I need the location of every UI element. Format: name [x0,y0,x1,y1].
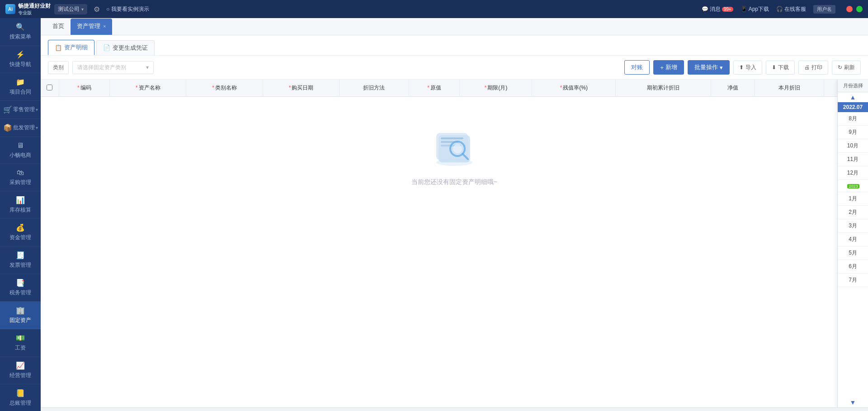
sidebar-item-fixed-assets[interactable]: 🏢 固定资产 [0,302,41,329]
refresh-button[interactable]: ↻ 刷新 [832,61,861,75]
window-controls [846,6,863,12]
sidebar-item-wholesale[interactable]: 📦 批发管理 ▾ [0,119,41,137]
inventory-icon: 📊 [16,196,25,204]
category-label-text: 类别 [53,64,64,71]
select-chevron-icon: ▾ [146,64,149,71]
tab-close-icon[interactable]: × [103,24,106,29]
sidebar-item-label: 批发管理 [13,124,35,132]
company-selector[interactable]: 测试公司 ▾ [54,4,87,14]
sub-tab-bar: 📋 资产明细 📄 变更生成凭证 [41,35,868,56]
category-select[interactable]: 请选择固定资产类别 ▾ [72,61,154,74]
tab-home[interactable]: 首页 [46,19,71,35]
select-all-checkbox[interactable] [47,85,52,90]
month-item-11[interactable]: 11月 [838,153,868,166]
online-service-button[interactable]: 🎧 在线客服 [776,5,806,13]
sidebar-item-label: 发票管理 [9,261,31,269]
top-bar-center: 测试公司 ▾ ⚙ ○ 我要看实例演示 [54,4,698,14]
change-voucher-icon: 📄 [103,44,110,51]
print-label: 打印 [811,64,822,71]
window-close-button[interactable] [846,6,853,12]
table-header-row: *编码 *资产名称 *类别名称 *购买日期 折旧方法 *原值 *期限(月) *残… [41,80,868,97]
sub-tab-asset-detail[interactable]: 📋 资产明细 [48,40,94,55]
chevron-down-icon: ▾ [81,7,84,12]
sidebar-item-operations[interactable]: 📈 经营管理 [0,357,41,384]
chevron-down-icon: ▾ [36,125,38,130]
refresh-label: 刷新 [844,64,855,71]
sidebar-item-invoice[interactable]: 🧾 发票管理 [0,246,41,274]
app-label: App下载 [749,5,769,13]
chevron-down-icon: ▾ [36,107,38,112]
category-filter-label[interactable]: 类别 [48,61,69,74]
content-area: 首页 资产管理 × 📋 资产明细 📄 变更生成凭证 类别 请选择 [41,18,868,411]
month-item-4[interactable]: 4月 [838,233,868,246]
sub-tab-change-voucher-label: 变更生成凭证 [113,44,148,52]
quick-nav-icon: ⚡ [16,50,25,59]
fund-icon: 💰 [16,223,25,232]
sidebar-item-label: 零售管理 [13,106,35,113]
import-button[interactable]: ⬆ 导入 [733,61,762,75]
th-net-value: 净值 [711,80,755,97]
month-item-2023-badge: 2023 [838,180,868,192]
sidebar-item-label: 工资 [15,344,26,352]
sidebar-item-fund[interactable]: 💰 资金管理 [0,219,41,246]
window-maximize-button[interactable] [856,6,863,12]
month-item-9[interactable]: 9月 [838,126,868,139]
month-nav-up[interactable]: ▲ [838,92,868,102]
retail-icon: 🛒 [3,105,12,114]
month-item-6[interactable]: 6月 [838,260,868,274]
app-icon: 📱 [741,6,747,12]
add-label: 新增 [665,63,677,71]
svg-rect-3 [441,137,463,139]
add-button[interactable]: + 新增 [653,60,684,75]
settings-icon[interactable]: ⚙ [91,4,103,14]
svg-point-7 [453,144,462,153]
demo-label: 我要看实例演示 [111,5,149,13]
month-item-8[interactable]: 8月 [838,112,868,126]
month-item-12[interactable]: 12月 [838,166,868,180]
month-item-7[interactable]: 7月 [838,274,868,287]
user-info[interactable]: 用户名 [813,5,835,14]
month-item-3[interactable]: 3月 [838,219,868,233]
month-nav-down[interactable]: ▼ [838,397,868,407]
tax-icon: 📑 [16,279,25,287]
sidebar-item-salary[interactable]: 💵 工资 [0,329,41,357]
import-icon: ⬆ [739,64,744,71]
sidebar-item-retail[interactable]: 🛒 零售管理 ▾ [0,101,41,119]
sidebar-item-tax[interactable]: 📑 税务管理 [0,274,41,302]
month-panel-year-2022: 2022.07 [838,102,868,112]
app-download-button[interactable]: 📱 App下载 [741,5,769,13]
download-button[interactable]: ⬇ 下载 [766,61,795,75]
brand: Ai 畅捷通好业财 专业版 [5,2,51,16]
asset-detail-icon: 📋 [55,44,62,51]
demo-icon: ○ [106,6,109,12]
toolbar-right: 对账 + 新增 批量操作 ▾ ⬆ 导入 ⬇ 下载 🖨 [624,60,861,75]
th-category: *类别名称 [186,80,263,97]
month-item-2[interactable]: 2月 [838,206,868,219]
sidebar-item-quick-nav[interactable]: ⚡ 快捷导航 [0,46,41,73]
sidebar-item-ecommerce[interactable]: 🖥 小畅电商 [0,137,41,164]
bottom-scrollbar[interactable] [41,407,868,411]
month-item-5[interactable]: 5月 [838,246,868,260]
sub-tab-asset-detail-label: 资产明细 [64,43,88,52]
reconcile-button[interactable]: 对账 [624,60,650,75]
print-button[interactable]: 🖨 打印 [798,61,828,75]
month-item-1[interactable]: 1月 [838,192,868,206]
tab-asset-management[interactable]: 资产管理 × [71,19,112,35]
messages-button[interactable]: 💬 消息 99+ [702,5,733,13]
top-bar-right: 💬 消息 99+ 📱 App下载 🎧 在线客服 用户名 [702,5,863,14]
demo-link[interactable]: ○ 我要看实例演示 [106,5,149,13]
sub-tab-change-voucher[interactable]: 📄 变更生成凭证 [96,40,155,55]
th-monthly-dep: 本月折旧 [755,80,824,97]
service-icon: 🎧 [776,6,783,12]
brand-icon: Ai [5,4,15,14]
top-bar: Ai 畅捷通好业财 专业版 测试公司 ▾ ⚙ ○ 我要看实例演示 💬 消息 99… [0,0,868,18]
batch-button[interactable]: 批量操作 ▾ [688,60,730,75]
sidebar-item-inventory[interactable]: 📊 库存核算 [0,191,41,219]
sidebar-item-general-ledger[interactable]: 📒 总账管理 [0,384,41,411]
th-accumulated: 期初累计折旧 [616,80,711,97]
sidebar-item-project[interactable]: 📁 项目合同 [0,73,41,101]
project-icon: 📁 [16,78,25,86]
sidebar-item-search[interactable]: 🔍 搜索菜单 [0,18,41,46]
month-item-10[interactable]: 10月 [838,139,868,153]
sidebar-item-purchase[interactable]: 🛍 采购管理 [0,164,41,191]
